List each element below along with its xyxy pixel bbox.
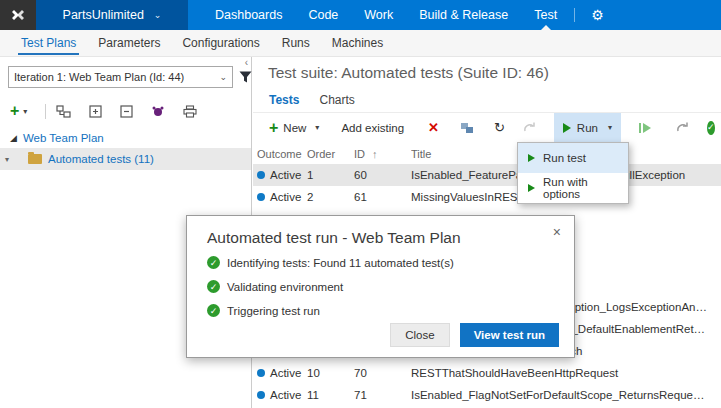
suite-pivots: Tests Charts bbox=[269, 93, 355, 107]
column-header-outcome[interactable]: Outcome bbox=[257, 148, 307, 160]
new-test-button[interactable]: + New ▾ bbox=[269, 120, 319, 136]
menu-item-run-with-options[interactable]: Run with options bbox=[518, 173, 628, 203]
dialog-step-text: Triggering test run bbox=[227, 305, 320, 317]
outcome-cell: Active bbox=[257, 389, 307, 401]
settings-gear-icon[interactable]: ⚙ bbox=[583, 0, 612, 30]
id-value: 70 bbox=[354, 367, 411, 379]
add-existing-button[interactable]: Add existing bbox=[341, 122, 404, 134]
tree-node-automated-tests[interactable]: ▾ Automated tests (11) bbox=[0, 148, 251, 170]
suite-tree: ◢ Web Team Plan ▾ Automated tests (11) bbox=[0, 127, 251, 170]
project-selector[interactable]: PartsUnlimited ⌄ bbox=[36, 0, 188, 30]
close-button[interactable]: Close bbox=[390, 323, 449, 347]
chevron-down-icon: ▾ bbox=[608, 123, 612, 132]
nav-divider bbox=[574, 8, 575, 22]
chevron-down-icon: ▾ bbox=[23, 107, 27, 116]
chevron-down-icon: ▾ bbox=[315, 123, 319, 132]
dialog-step: ✓Triggering test run bbox=[207, 304, 454, 317]
collapse-all-icon[interactable] bbox=[120, 105, 133, 118]
success-check-icon: ✓ bbox=[207, 304, 220, 317]
id-value: 60 bbox=[354, 169, 411, 181]
active-state-icon bbox=[257, 171, 265, 179]
outcome-value: Active bbox=[270, 169, 301, 181]
tab-tests[interactable]: Tests bbox=[269, 93, 299, 107]
tree-node-web-team-plan[interactable]: ◢ Web Team Plan bbox=[0, 127, 251, 148]
vsts-logo[interactable] bbox=[0, 0, 36, 30]
redo-icon bbox=[523, 122, 536, 133]
new-suite-button[interactable]: + ▾ bbox=[10, 103, 27, 119]
plus-icon: + bbox=[269, 120, 278, 136]
open-in-mtm-icon[interactable] bbox=[151, 105, 165, 118]
table-row[interactable]: Active160IsEnabled_FeatureParamIsNull_Th… bbox=[253, 164, 721, 186]
dialog-step: ✓Identifying tests: Found 11 automated t… bbox=[207, 256, 454, 269]
active-state-icon bbox=[257, 369, 265, 377]
nav-item-dashboards[interactable]: Dashboards bbox=[202, 0, 295, 30]
outcome-cell: Active bbox=[257, 191, 307, 203]
order-value: 2 bbox=[307, 191, 354, 203]
hub-item-machines[interactable]: Machines bbox=[321, 30, 394, 56]
nav-item-code[interactable]: Code bbox=[295, 0, 351, 30]
dialog-step-text: Identifying tests: Found 11 automated te… bbox=[227, 257, 454, 269]
id-value: 71 bbox=[354, 389, 411, 401]
context-menu-caret-icon[interactable]: ▾ bbox=[0, 155, 14, 164]
tree-node-label: Automated tests (11) bbox=[48, 153, 154, 165]
iteration-dropdown-value: Iteration 1: Web Team Plan (Id: 44) bbox=[14, 71, 219, 83]
title-value: IsEnabled_FlagNotSetForDefaultScope_Retu… bbox=[411, 389, 721, 401]
outcome-value: Active bbox=[270, 367, 301, 379]
dialog-step: ✓Validating environment bbox=[207, 280, 454, 293]
column-header-id[interactable]: ID ↑ bbox=[354, 148, 411, 160]
menu-item-run-test[interactable]: Run test bbox=[518, 143, 628, 173]
order-value: 11 bbox=[307, 389, 354, 401]
dialog-step-text: Validating environment bbox=[227, 281, 343, 293]
sort-ascending-icon: ↑ bbox=[372, 148, 378, 160]
resume-test-icon[interactable] bbox=[639, 123, 651, 133]
reset-test-icon[interactable] bbox=[676, 122, 689, 133]
remove-test-icon[interactable]: ✕ bbox=[428, 120, 439, 135]
outcome-value: Active bbox=[270, 191, 301, 203]
filter-icon[interactable] bbox=[239, 71, 252, 83]
play-icon bbox=[563, 123, 571, 133]
dialog-title: Automated test run - Web Team Plan bbox=[207, 229, 461, 247]
tests-toolbar: + New ▾ Add existing ✕ ↻ Run ▾ ✓ ✕ – bbox=[253, 112, 721, 142]
tab-charts[interactable]: Charts bbox=[319, 93, 354, 107]
outcome-cell: Active bbox=[257, 367, 307, 379]
suite-toolbar: + ▾ bbox=[10, 99, 197, 123]
iteration-dropdown[interactable]: Iteration 1: Web Team Plan (Id: 44) ⌄ bbox=[8, 66, 233, 88]
folder-icon bbox=[28, 154, 42, 164]
table-row[interactable]: Active261MissingValuesInRESTJson bbox=[253, 186, 721, 208]
suite-hierarchy-icon[interactable] bbox=[56, 105, 71, 118]
chevron-down-icon: ⌄ bbox=[219, 72, 227, 82]
outcome-cell: Active bbox=[257, 169, 307, 181]
play-icon bbox=[528, 184, 535, 192]
hub-tab-bar: Test PlansParametersConfigurationsRunsMa… bbox=[0, 30, 721, 57]
order-tests-icon[interactable] bbox=[460, 122, 474, 134]
table-row[interactable]: Active1070RESTThatShouldHaveBeenHttpRequ… bbox=[253, 362, 721, 384]
expand-all-icon[interactable] bbox=[89, 105, 102, 118]
close-icon[interactable]: × bbox=[553, 224, 561, 240]
hub-item-configurations[interactable]: Configurations bbox=[171, 30, 270, 56]
plus-icon: + bbox=[10, 103, 19, 119]
run-label: Run bbox=[577, 122, 598, 134]
nav-item-test[interactable]: Test bbox=[521, 0, 570, 30]
tree-node-label: Web Team Plan bbox=[23, 132, 104, 144]
id-value: 61 bbox=[354, 191, 411, 203]
run-button[interactable]: Run ▾ bbox=[554, 113, 621, 143]
hub-item-runs[interactable]: Runs bbox=[271, 30, 321, 56]
success-check-icon: ✓ bbox=[207, 280, 220, 293]
nav-item-build-release[interactable]: Build & Release bbox=[406, 0, 521, 30]
print-icon[interactable] bbox=[183, 105, 197, 118]
automated-test-run-dialog: Automated test run - Web Team Plan × ✓Id… bbox=[186, 215, 575, 358]
top-nav-items: DashboardsCodeWorkBuild & ReleaseTest bbox=[202, 0, 570, 30]
pass-test-icon[interactable]: ✓ bbox=[707, 121, 715, 135]
column-header-order[interactable]: Order bbox=[307, 148, 354, 160]
hub-item-test-plans[interactable]: Test Plans bbox=[10, 30, 87, 56]
top-navigation-bar: PartsUnlimited ⌄ DashboardsCodeWorkBuild… bbox=[0, 0, 721, 30]
order-value: 10 bbox=[307, 367, 354, 379]
suite-title: Test suite: Automated tests (Suite ID: 4… bbox=[268, 64, 549, 82]
refresh-icon[interactable]: ↻ bbox=[494, 120, 505, 135]
hub-item-parameters[interactable]: Parameters bbox=[87, 30, 171, 56]
table-row[interactable]: Active1171IsEnabled_FlagNotSetForDefault… bbox=[253, 384, 721, 406]
view-test-run-button[interactable]: View test run bbox=[460, 323, 559, 347]
active-state-icon bbox=[257, 391, 265, 399]
expander-open-icon: ◢ bbox=[10, 133, 17, 143]
nav-item-work[interactable]: Work bbox=[351, 0, 406, 30]
